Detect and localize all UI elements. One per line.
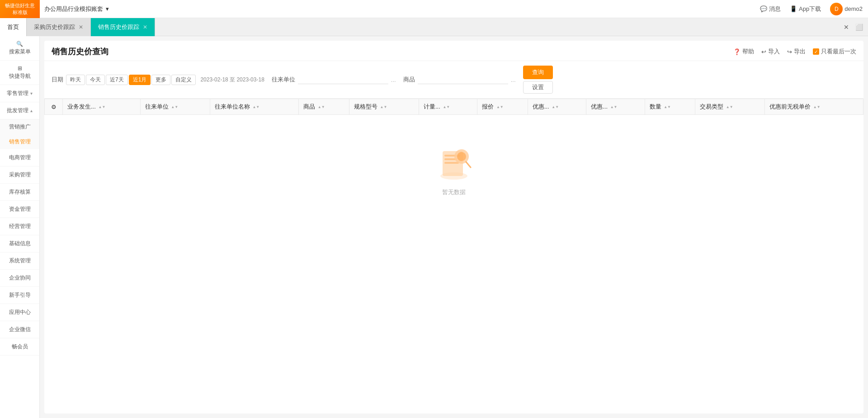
import-icon: ↩ — [761, 48, 766, 55]
chevron-down-icon: ▾ — [30, 91, 33, 96]
th-price[interactable]: 报价 ▲▼ — [477, 99, 528, 115]
sort-icon: ▲▼ — [318, 105, 325, 109]
empty-text: 暂无数据 — [442, 188, 466, 196]
date-label: 日期 — [52, 76, 63, 84]
sidebar-item-wholesale[interactable]: 批发管理 ▴ — [0, 102, 39, 119]
sort-icon: ▲▼ — [813, 105, 821, 109]
th-pre-tax[interactable]: 优惠前无税单价 ▲▼ — [765, 99, 863, 115]
sidebar-item-purchase[interactable]: 采购管理 — [0, 166, 39, 184]
sidebar-item-shortcut[interactable]: ⊞ 快捷导航 — [0, 61, 39, 85]
tab-sales[interactable]: 销售历史价跟踪 ✕ — [91, 18, 155, 36]
sidebar-item-retail[interactable]: 零售管理 ▾ — [0, 85, 39, 102]
close-tab-action[interactable]: ✕ — [842, 23, 851, 32]
svg-point-6 — [457, 152, 466, 161]
page-title-actions: ❓ 帮助 ↩ 导入 ↪ 导出 ✓ 只看最后一次 — [733, 48, 856, 56]
sidebar-item-finance[interactable]: 资金管理 — [0, 201, 39, 218]
tab-home-label: 首页 — [7, 23, 19, 31]
grid-icon: ⊞ — [18, 65, 22, 71]
date-range-text: 2023-02-18 至 2023-03-18 — [200, 76, 264, 84]
date-btn-yesterday[interactable]: 昨天 — [66, 75, 85, 85]
sort-icon: ▲▼ — [552, 105, 559, 109]
sort-icon: ▲▼ — [443, 105, 450, 109]
page-title: 销售历史价查询 — [52, 46, 108, 57]
product-filter-group: 商品 ... — [403, 75, 516, 84]
th-gear[interactable]: ⚙ — [45, 99, 63, 115]
sort-icon: ▲▼ — [496, 105, 504, 109]
th-product[interactable]: 商品 ▲▼ — [299, 99, 349, 115]
main-layout: 🔍 搜索菜单 ⊞ 快捷导航 零售管理 ▾ 批发管理 ▴ 营销推广 销售管理 电商… — [0, 36, 868, 418]
settings-button[interactable]: 设置 — [523, 81, 553, 94]
sidebar-item-marketing[interactable]: 营销推广 — [0, 119, 39, 134]
svg-line-7 — [466, 162, 471, 167]
help-icon: ❓ — [733, 48, 741, 55]
product-dots[interactable]: ... — [511, 76, 516, 83]
only-last-checkbox-label[interactable]: ✓ 只看最后一次 — [813, 48, 856, 56]
page-title-bar: 销售历史价查询 ❓ 帮助 ↩ 导入 ↪ 导出 ✓ — [44, 41, 863, 61]
th-discount1[interactable]: 优惠... ▲▼ — [528, 99, 586, 115]
date-btn-today[interactable]: 今天 — [86, 75, 105, 85]
help-button[interactable]: ❓ 帮助 — [733, 48, 754, 56]
avatar: D — [830, 3, 843, 15]
sidebar-item-apps[interactable]: 应用中心 — [0, 304, 39, 321]
sidebar-item-basic[interactable]: 基础信息 — [0, 235, 39, 252]
tab-sales-close[interactable]: ✕ — [143, 24, 147, 30]
date-btn-more[interactable]: 更多 — [151, 75, 170, 85]
th-quantity[interactable]: 数量 ▲▼ — [645, 99, 695, 115]
user-menu[interactable]: D demo2 — [830, 3, 863, 15]
import-button[interactable]: ↩ 导入 — [761, 48, 780, 56]
export-button[interactable]: ↪ 导出 — [787, 48, 806, 56]
partner-dots[interactable]: ... — [391, 76, 396, 83]
sidebar-item-operations[interactable]: 经营管理 — [0, 218, 39, 235]
logo-text: 畅捷信好生意 标准版 — [5, 2, 35, 15]
app-download-button[interactable]: 📱 App下载 — [790, 5, 821, 13]
message-button[interactable]: 💬 消息 — [760, 5, 781, 13]
product-input[interactable] — [418, 75, 508, 84]
th-partner-name[interactable]: 往来单位名称 ▲▼ — [210, 99, 298, 115]
date-btn-custom[interactable]: 自定义 — [171, 75, 196, 85]
sidebar-item-search[interactable]: 🔍 搜索菜单 — [0, 36, 39, 61]
th-partner-code[interactable]: 往来单位 ▲▼ — [140, 99, 210, 115]
tab-purchase-label: 采购历史价跟踪 — [34, 23, 75, 31]
th-spec[interactable]: 规格型号 ▲▼ — [349, 99, 419, 115]
product-label: 商品 — [403, 76, 415, 84]
maximize-action[interactable]: ⬜ — [854, 23, 863, 32]
sort-icon: ▲▼ — [610, 105, 618, 109]
sidebar-item-inventory[interactable]: 库存核算 — [0, 184, 39, 201]
date-btn-1month[interactable]: 近1月 — [129, 75, 151, 85]
sidebar-item-sales-mgmt[interactable]: 销售管理 — [0, 134, 39, 149]
filter-bar: 日期 昨天 今天 近7天 近1月 更多 自定义 2023-02-18 至 202… — [44, 61, 863, 99]
sort-icon: ▲▼ — [171, 105, 178, 109]
sidebar-item-member[interactable]: 畅会员 — [0, 338, 39, 356]
account-selector[interactable]: 办公用品行业模拟账套 ▾ — [40, 5, 113, 13]
tab-purchase-close[interactable]: ✕ — [79, 24, 83, 30]
logo[interactable]: 畅捷信好生意 标准版 — [0, 0, 40, 18]
sidebar-item-wechat[interactable]: 企业微信 — [0, 321, 39, 338]
sidebar-item-newbie[interactable]: 新手引导 — [0, 287, 39, 304]
table-container: ⚙ 业务发生... ▲▼ 往来单位 ▲▼ 往来单位名称 — [44, 99, 863, 413]
sidebar-item-ecommerce[interactable]: 电商管理 — [0, 149, 39, 166]
partner-label: 往来单位 — [272, 76, 295, 84]
svg-rect-4 — [444, 162, 459, 164]
date-btn-group: 昨天 今天 近7天 近1月 更多 自定义 — [66, 75, 196, 85]
th-biz-date[interactable]: 业务发生... ▲▼ — [63, 99, 141, 115]
page-card: 销售历史价查询 ❓ 帮助 ↩ 导入 ↪ 导出 ✓ — [44, 41, 863, 413]
sidebar-item-enterprise[interactable]: 企业协同 — [0, 270, 39, 287]
th-discount2[interactable]: 优惠... ▲▼ — [586, 99, 645, 115]
table-header-row: ⚙ 业务发生... ▲▼ 往来单位 ▲▼ 往来单位名称 — [45, 99, 863, 115]
data-table: ⚙ 业务发生... ▲▼ 往来单位 ▲▼ 往来单位名称 — [44, 99, 863, 115]
top-header: 畅捷信好生意 标准版 办公用品行业模拟账套 ▾ 💬 消息 📱 App下载 D d… — [0, 0, 868, 18]
sort-icon: ▲▼ — [664, 105, 671, 109]
th-trade-type[interactable]: 交易类型 ▲▼ — [695, 99, 765, 115]
tab-purchase[interactable]: 采购历史价跟踪 ✕ — [27, 18, 91, 36]
sidebar-item-system[interactable]: 系统管理 — [0, 252, 39, 270]
query-button[interactable]: 查询 — [523, 66, 553, 79]
sort-icon: ▲▼ — [726, 105, 733, 109]
sidebar: 🔍 搜索菜单 ⊞ 快捷导航 零售管理 ▾ 批发管理 ▴ 营销推广 销售管理 电商… — [0, 36, 40, 418]
content-area: 销售历史价查询 ❓ 帮助 ↩ 导入 ↪ 导出 ✓ — [40, 36, 868, 418]
partner-input[interactable] — [298, 75, 388, 84]
date-btn-7days[interactable]: 近7天 — [106, 75, 128, 85]
tab-bar: 首页 采购历史价跟踪 ✕ 销售历史价跟踪 ✕ ✕ ⬜ — [0, 18, 868, 36]
th-unit[interactable]: 计量... ▲▼ — [419, 99, 477, 115]
tab-home[interactable]: 首页 — [0, 18, 27, 36]
gear-icon: ⚙ — [51, 104, 57, 110]
